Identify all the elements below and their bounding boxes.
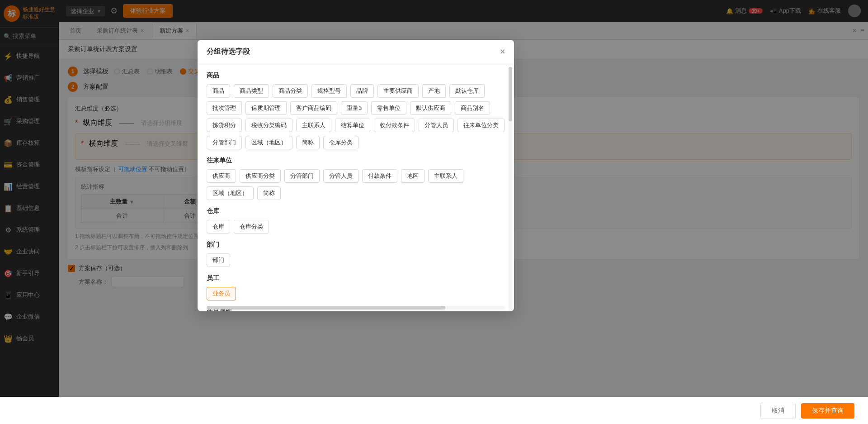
modal-body[interactable]: 商品 商品 商品类型 商品分类 规格型号 品牌 主要供应商 产地 默认仓库 批次… xyxy=(198,64,514,311)
field-tag-employee[interactable]: 业务员 xyxy=(207,287,236,300)
field-tag[interactable]: 零售单位 xyxy=(371,101,406,115)
confirm-button[interactable]: 保存并查询 xyxy=(801,403,854,419)
field-tag[interactable]: 部门 xyxy=(207,253,230,267)
field-tag[interactable]: 简称 xyxy=(296,136,320,149)
field-tag[interactable]: 地区 xyxy=(401,169,425,183)
field-tag[interactable]: 分管部门 xyxy=(284,169,320,183)
field-tag[interactable]: 付款条件 xyxy=(362,169,397,183)
modal-close-button[interactable]: × xyxy=(500,47,505,57)
modal-header: 分组待选字段 × xyxy=(198,40,514,64)
section-title-department: 部门 xyxy=(207,241,505,249)
field-tag[interactable]: 仓库 xyxy=(207,220,230,233)
field-tag[interactable]: 批次管理 xyxy=(207,101,242,115)
field-tag[interactable]: 主联系人 xyxy=(428,169,463,183)
section-title-warehouse: 仓库 xyxy=(207,207,505,215)
modal-title: 分组待选字段 xyxy=(207,47,250,57)
cancel-button[interactable]: 取消 xyxy=(760,403,796,419)
field-grid-employee: 业务员 xyxy=(207,287,505,300)
section-title-employee: 员工 xyxy=(207,274,505,282)
modal-scrollbar-thumb[interactable] xyxy=(509,67,512,121)
field-tag[interactable]: 默认仓库 xyxy=(449,84,485,98)
field-tag[interactable]: 供应商 xyxy=(207,169,236,183)
field-tag[interactable]: 商品 xyxy=(207,84,230,98)
field-tag[interactable]: 区域（地区） xyxy=(207,186,254,200)
field-tag[interactable]: 保质期管理 xyxy=(245,101,287,115)
field-tag[interactable]: 主要供应商 xyxy=(377,84,419,98)
field-tag[interactable]: 产地 xyxy=(422,84,446,98)
field-tag[interactable]: 商品类型 xyxy=(234,84,269,98)
field-tag[interactable]: 品牌 xyxy=(350,84,374,98)
field-select-modal: 分组待选字段 × 商品 商品 商品类型 商品分类 规格型号 品牌 主要供应商 产… xyxy=(198,40,514,311)
field-tag[interactable]: 结算单位 xyxy=(335,119,370,132)
field-tag[interactable]: 分管部门 xyxy=(207,136,242,149)
modal-hscroll-thumb[interactable] xyxy=(207,306,445,310)
bottom-bar: 取消 保存并查询 xyxy=(0,397,868,424)
field-tag[interactable]: 简称 xyxy=(257,186,281,200)
field-tag[interactable]: 分管人员 xyxy=(323,169,359,183)
field-tag[interactable]: 仓库分类 xyxy=(323,136,359,149)
field-tag[interactable]: 分管人员 xyxy=(419,119,454,132)
field-grid-partner: 供应商 供应商分类 分管部门 分管人员 付款条件 地区 主联系人 区域（地区） … xyxy=(207,169,505,200)
field-tag[interactable]: 商品分类 xyxy=(273,84,308,98)
field-tag[interactable]: 客户商品编码 xyxy=(290,101,337,115)
field-tag[interactable]: 往来单位分类 xyxy=(458,119,505,132)
section-title-product: 商品 xyxy=(207,71,505,80)
section-title-partner: 往来单位 xyxy=(207,157,505,165)
field-grid-department: 部门 xyxy=(207,253,505,267)
field-tag[interactable]: 主联系人 xyxy=(296,119,331,132)
field-tag[interactable]: 规格型号 xyxy=(311,84,347,98)
field-grid-warehouse: 仓库 仓库分类 xyxy=(207,220,505,233)
field-tag[interactable]: 税收分类编码 xyxy=(245,119,292,132)
field-tag[interactable]: 商品别名 xyxy=(455,101,490,115)
field-tag[interactable]: 供应商分类 xyxy=(240,169,281,183)
modal-scrollbar-track[interactable] xyxy=(509,67,512,311)
field-tag[interactable]: 默认供应商 xyxy=(410,101,451,115)
field-tag[interactable]: 拣货积分 xyxy=(207,119,242,132)
field-grid-product: 商品 商品类型 商品分类 规格型号 品牌 主要供应商 产地 默认仓库 批次管理 … xyxy=(207,84,505,149)
field-tag[interactable]: 重量3 xyxy=(341,101,368,115)
field-tag[interactable]: 仓库分类 xyxy=(234,220,269,233)
field-tag[interactable]: 区域（地区） xyxy=(245,136,292,149)
field-tag[interactable]: 收付款条件 xyxy=(374,119,415,132)
modal-hscroll-track[interactable] xyxy=(207,306,505,310)
